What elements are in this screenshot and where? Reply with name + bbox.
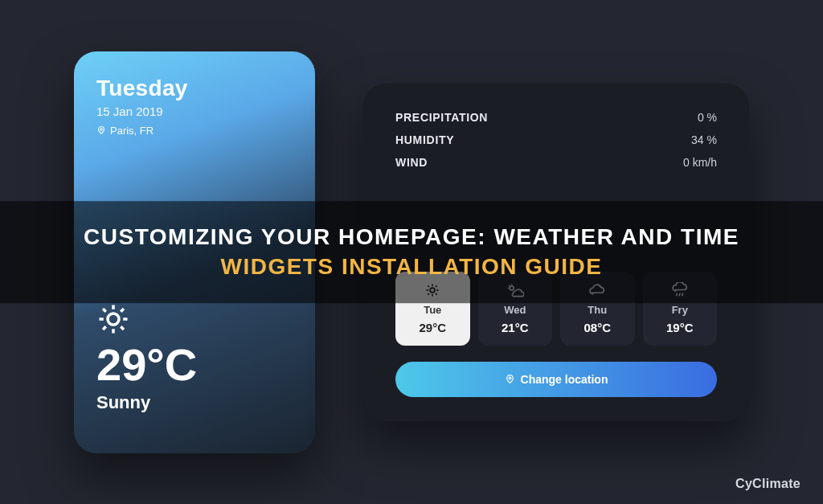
pin-icon [505, 374, 515, 384]
stat-precipitation: PRECIPITATION 0 % [395, 111, 717, 124]
forecast-day-temp: 21°C [502, 321, 529, 334]
title-line-1: CUSTOMIZING YOUR HOMEPAGE: WEATHER AND T… [32, 222, 791, 252]
stat-label: PRECIPITATION [395, 111, 488, 124]
condition-text: Sunny [96, 392, 197, 413]
stat-humidity: HUMIDITY 34 % [395, 133, 717, 146]
location-row: Paris, FR [96, 125, 293, 137]
stat-value: 34 % [691, 133, 717, 146]
svg-line-9 [121, 309, 124, 312]
forecast-day-temp: 08°C [583, 321, 611, 334]
forecast-day-temp: 19°C [666, 321, 694, 334]
current-condition-block: 29°C Sunny [96, 302, 197, 413]
forecast-day-label: Thu [588, 304, 607, 316]
stat-value: 0 % [698, 111, 717, 124]
svg-line-6 [103, 309, 106, 312]
svg-point-0 [100, 129, 103, 131]
forecast-day-label: Wed [504, 304, 526, 316]
forecast-day-label: Fry [672, 304, 688, 316]
change-location-button[interactable]: Change location [395, 362, 717, 397]
day-name: Tuesday [96, 76, 293, 101]
svg-point-1 [108, 313, 119, 325]
pin-icon [96, 125, 106, 135]
title-line-2: WIDGETS INSTALLATION GUIDE [32, 252, 791, 283]
svg-line-8 [103, 326, 106, 330]
stats-block: PRECIPITATION 0 % HUMIDITY 34 % WIND 0 k… [395, 111, 717, 169]
brand-watermark: CyClimate [735, 477, 800, 491]
stat-wind: WIND 0 km/h [395, 156, 717, 169]
forecast-day-label: Tue [424, 304, 441, 316]
stat-value: 0 km/h [683, 156, 717, 169]
stat-label: HUMIDITY [395, 133, 454, 146]
sun-icon [96, 302, 197, 336]
temperature-value: 29°C [96, 342, 197, 387]
forecast-day-temp: 29°C [419, 321, 446, 334]
location-text: Paris, FR [110, 125, 154, 137]
svg-line-7 [121, 326, 124, 330]
change-location-label: Change location [521, 373, 608, 386]
date-text: 15 Jan 2019 [96, 104, 293, 118]
title-overlay: CUSTOMIZING YOUR HOMEPAGE: WEATHER AND T… [0, 201, 823, 304]
svg-point-26 [509, 377, 511, 379]
stat-label: WIND [395, 156, 428, 169]
